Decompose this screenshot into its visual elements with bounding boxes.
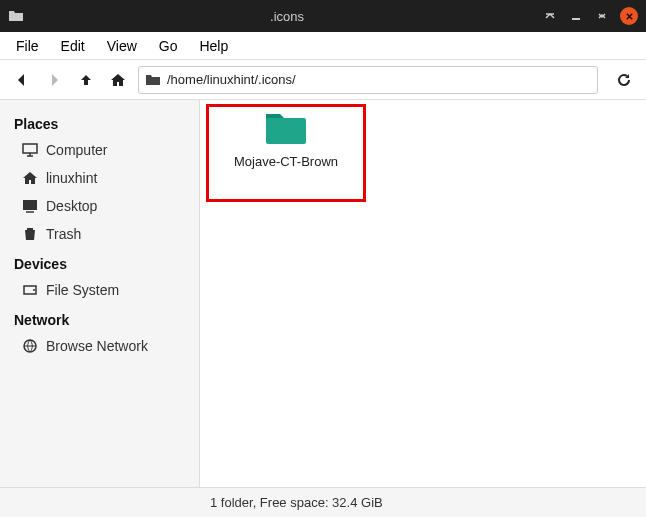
sidebar-item-desktop[interactable]: Desktop bbox=[4, 192, 195, 220]
svg-rect-0 bbox=[23, 144, 37, 153]
sidebar-item-trash[interactable]: Trash bbox=[4, 220, 195, 248]
close-button[interactable] bbox=[620, 7, 638, 25]
monitor-icon bbox=[22, 142, 38, 158]
desktop-icon bbox=[22, 198, 38, 214]
content-area[interactable]: Mojave-CT-Brown bbox=[200, 100, 646, 487]
sidebar-heading-network: Network bbox=[4, 304, 195, 332]
folder-label: Mojave-CT-Brown bbox=[234, 154, 338, 169]
sidebar: Places Computer linuxhint Desktop bbox=[0, 100, 200, 487]
window-controls bbox=[542, 7, 638, 25]
home-icon bbox=[22, 170, 38, 186]
sidebar-item-browse-network[interactable]: Browse Network bbox=[4, 332, 195, 360]
sidebar-item-label: Desktop bbox=[46, 198, 97, 214]
sidebar-heading-places: Places bbox=[4, 108, 195, 136]
sidebar-heading-devices: Devices bbox=[4, 248, 195, 276]
sidebar-item-home[interactable]: linuxhint bbox=[4, 164, 195, 192]
svg-rect-5 bbox=[266, 118, 306, 144]
sidebar-item-label: File System bbox=[46, 282, 119, 298]
forward-button[interactable] bbox=[42, 68, 66, 92]
path-text: /home/linuxhint/.icons/ bbox=[167, 72, 591, 87]
sidebar-item-label: linuxhint bbox=[46, 170, 97, 186]
file-manager-window: .icons File Edit View Go Help bbox=[0, 0, 646, 517]
folder-mojave-ct-brown[interactable]: Mojave-CT-Brown bbox=[214, 108, 358, 169]
maximize-button[interactable] bbox=[594, 8, 610, 24]
menu-edit[interactable]: Edit bbox=[51, 34, 95, 58]
menu-file[interactable]: File bbox=[6, 34, 49, 58]
reload-button[interactable] bbox=[612, 68, 636, 92]
menu-help[interactable]: Help bbox=[189, 34, 238, 58]
path-bar[interactable]: /home/linuxhint/.icons/ bbox=[138, 66, 598, 94]
statusbar-text: 1 folder, Free space: 32.4 GiB bbox=[210, 495, 383, 510]
pathbar-folder-icon bbox=[145, 72, 161, 88]
sidebar-item-label: Browse Network bbox=[46, 338, 148, 354]
sidebar-item-filesystem[interactable]: File System bbox=[4, 276, 195, 304]
folder-icon bbox=[262, 108, 310, 148]
titlebar: .icons bbox=[0, 0, 646, 32]
window-title: .icons bbox=[32, 9, 542, 24]
home-button[interactable] bbox=[106, 68, 130, 92]
sidebar-item-computer[interactable]: Computer bbox=[4, 136, 195, 164]
back-button[interactable] bbox=[10, 68, 34, 92]
menu-go[interactable]: Go bbox=[149, 34, 188, 58]
menubar: File Edit View Go Help bbox=[0, 32, 646, 60]
drive-icon bbox=[22, 282, 38, 298]
svg-point-3 bbox=[33, 289, 35, 291]
menu-view[interactable]: View bbox=[97, 34, 147, 58]
toolbar: /home/linuxhint/.icons/ bbox=[0, 60, 646, 100]
trash-icon bbox=[22, 226, 38, 242]
statusbar: 1 folder, Free space: 32.4 GiB bbox=[0, 487, 646, 517]
globe-icon bbox=[22, 338, 38, 354]
minimize-button[interactable] bbox=[568, 8, 584, 24]
svg-rect-1 bbox=[23, 200, 37, 210]
up-button[interactable] bbox=[74, 68, 98, 92]
titlebar-folder-icon bbox=[8, 8, 24, 24]
keep-on-top-button[interactable] bbox=[542, 8, 558, 24]
sidebar-item-label: Trash bbox=[46, 226, 81, 242]
sidebar-item-label: Computer bbox=[46, 142, 107, 158]
body: Places Computer linuxhint Desktop bbox=[0, 100, 646, 487]
